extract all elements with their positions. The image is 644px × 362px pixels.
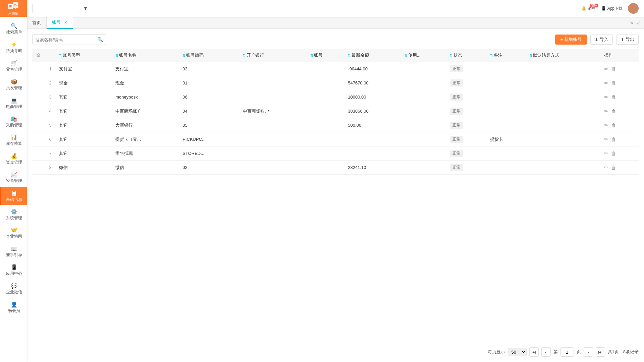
page-number-input[interactable] — [560, 347, 574, 357]
table-row: 4 其它 中百商场账户 04 中百商场账户 383866.00 正常 ✏ 🗑 — [32, 104, 639, 118]
col-type-header[interactable]: ⇅账号类型 — [56, 49, 113, 62]
tab-accounts[interactable]: 账号 ✕ — [47, 17, 73, 29]
row-name-7: 微信 — [113, 161, 180, 175]
row-status-7: 正常 — [447, 161, 487, 175]
sidebar-item-quick-nav[interactable]: ⚡ 快捷导航 — [0, 38, 27, 56]
delete-button-1[interactable]: 🗑 — [611, 80, 616, 86]
page-size-select[interactable]: 50 10 20 100 — [508, 348, 527, 356]
page-size-label: 每页显示 — [488, 349, 505, 355]
col-usage-header[interactable]: ⇅使用... — [402, 49, 447, 62]
edit-button-2[interactable]: ✏ — [604, 94, 608, 100]
first-page-button[interactable]: ⏮ — [529, 347, 539, 357]
sidebar-item-wholesale-mgmt[interactable]: 📦 批发管理 — [0, 75, 27, 94]
sidebar-item-enterprise-wechat[interactable]: 💬 企业微信 — [0, 279, 27, 298]
row-usage-0 — [402, 62, 447, 76]
window-close-button[interactable]: ✕ — [629, 20, 635, 25]
row-accountno-7 — [308, 161, 345, 175]
row-remark-1 — [487, 76, 527, 90]
row-settlement-6 — [527, 146, 602, 161]
import-button[interactable]: ⬇ 导入 — [590, 35, 613, 45]
delete-button-4[interactable]: 🗑 — [611, 122, 616, 128]
col-bank-header[interactable]: ⇅开户银行 — [240, 49, 307, 62]
col-balance-header[interactable]: ⇅最新余额 — [345, 49, 401, 62]
row-settings-1 — [32, 76, 44, 90]
app-download-button[interactable]: 📱 App下载 — [601, 6, 623, 11]
tab-home[interactable]: 首页 — [27, 17, 47, 29]
edit-button-3[interactable]: ✏ — [604, 108, 608, 114]
row-action-3: ✏ 🗑 — [601, 104, 639, 118]
delete-button-7[interactable]: 🗑 — [611, 165, 616, 170]
sidebar-item-capital-mgmt[interactable]: 💰 资金管理 — [0, 149, 27, 168]
sidebar-item-sys-mgmt[interactable]: ⚙️ 系统管理 — [0, 205, 27, 224]
sidebar-item-member[interactable]: 👤 畅会员 — [0, 298, 27, 316]
row-code-0: 03 — [180, 62, 240, 76]
app-download-label: App下载 — [607, 6, 623, 11]
col-settlement-header[interactable]: ⇅默认结算方式 — [527, 49, 602, 62]
delete-button-6[interactable]: 🗑 — [611, 150, 616, 156]
quick-nav-label: 快捷导航 — [6, 48, 22, 53]
edit-button-7[interactable]: ✏ — [604, 165, 608, 171]
bell-icon: 🔔 — [581, 6, 586, 11]
row-bank-5 — [240, 132, 307, 146]
col-name-header[interactable]: ⇅账号名称 — [113, 49, 180, 62]
delete-button-0[interactable]: 🗑 — [611, 66, 616, 72]
row-bank-3: 中百商场账户 — [240, 104, 307, 118]
edit-button-5[interactable]: ✏ — [604, 136, 608, 142]
user-avatar[interactable] — [628, 3, 639, 14]
page-prefix-label: 第 — [553, 349, 558, 355]
col-status-header[interactable]: ⇅状态 — [447, 49, 487, 62]
next-page-button[interactable]: › — [584, 347, 593, 357]
wholesale-mgmt-icon: 📦 — [11, 78, 17, 85]
sidebar-item-retail-mgmt[interactable]: 🛒 零售管理 — [0, 57, 27, 75]
col-settings-header[interactable]: ⚙ — [32, 49, 44, 62]
row-settlement-5 — [527, 132, 602, 146]
row-settings-0 — [32, 62, 44, 76]
col-remark-header[interactable]: ⇅备注 — [487, 49, 527, 62]
export-button[interactable]: ⬆ 导出 — [616, 35, 639, 45]
row-usage-5 — [402, 132, 447, 146]
last-page-button[interactable]: ⏭ — [596, 347, 605, 357]
page-suffix-label: 页 — [577, 349, 581, 355]
basic-info-label: 基础信息 — [6, 197, 22, 202]
sidebar-item-ecommerce-mgmt[interactable]: 💻 电商管理 — [0, 94, 27, 112]
delete-button-2[interactable]: 🗑 — [611, 94, 616, 100]
top-search-input[interactable] — [32, 4, 79, 13]
sidebar-item-new-guide[interactable]: 📖 新手引导 — [0, 242, 27, 261]
sidebar-item-basic-info[interactable]: 📋 基础信息 — [0, 187, 27, 205]
row-settlement-7 — [527, 161, 602, 175]
ops-mgmt-label: 经营管理 — [6, 178, 22, 183]
pagination: 每页显示 50 10 20 100 ⏮ ‹ 第 页 › ⏭ 共1页，8条记录 — [32, 343, 639, 357]
row-action-4: ✏ 🗑 — [601, 118, 639, 132]
row-status-0: 正常 — [447, 62, 487, 76]
import-icon: ⬇ — [595, 37, 598, 42]
col-code-header[interactable]: ⇅账号编码 — [180, 49, 240, 62]
header-dropdown[interactable]: ▼ — [83, 6, 88, 11]
sidebar-item-enterprise-agreement[interactable]: 🤝 企业协同 — [0, 224, 27, 242]
col-accountno-header[interactable]: ⇅账号 — [308, 49, 345, 62]
delete-button-3[interactable]: 🗑 — [611, 108, 616, 114]
edit-button-4[interactable]: ✏ — [604, 122, 608, 128]
message-button[interactable]: 🔔 消息 99+ — [581, 6, 596, 11]
sidebar-item-ops-mgmt[interactable]: 📈 经营管理 — [0, 168, 27, 186]
row-status-5: 正常 — [447, 132, 487, 146]
row-settings-2 — [32, 90, 44, 104]
sidebar-item-inventory-calc[interactable]: 📊 库存核算 — [0, 131, 27, 149]
sidebar-item-app-center[interactable]: 📱 应用中心 — [0, 261, 27, 279]
enterprise-wechat-icon: 💬 — [11, 283, 17, 289]
header-left: ▼ — [32, 4, 88, 13]
add-account-button[interactable]: + 新增账号 — [555, 35, 587, 45]
sidebar-item-purchase-mgmt[interactable]: 🛍️ 采购管理 — [0, 112, 27, 131]
edit-button-6[interactable]: ✏ — [604, 150, 608, 157]
row-settlement-1 — [527, 76, 602, 90]
quick-nav-icon: ⚡ — [11, 41, 17, 48]
row-code-6: STORED... — [180, 146, 240, 161]
prev-page-button[interactable]: ‹ — [541, 347, 551, 357]
window-expand-button[interactable]: ⤢ — [636, 20, 641, 25]
tab-close-button[interactable]: ✕ — [64, 20, 67, 25]
edit-button-1[interactable]: ✏ — [604, 80, 608, 86]
inventory-calc-label: 库存核算 — [6, 141, 22, 146]
delete-button-5[interactable]: 🗑 — [611, 136, 616, 142]
sidebar-item-search-menu[interactable]: 🔍 搜索菜单 — [0, 19, 27, 38]
edit-button-0[interactable]: ✏ — [604, 66, 608, 72]
search-input[interactable] — [35, 37, 97, 42]
